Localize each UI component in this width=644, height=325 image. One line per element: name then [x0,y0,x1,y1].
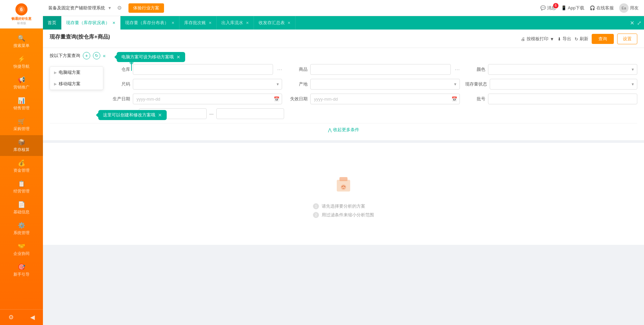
inv-qty-to[interactable] [216,108,284,119]
scheme-pc-arrow: ▶ [54,70,57,75]
tab-close-inout-flow[interactable]: ✕ [246,21,249,25]
filter-refresh-button[interactable]: ↻ [93,52,100,59]
tab-collect-summary[interactable]: 收发存汇总表 ✕ [254,16,296,30]
system-icon: ⚙️ [18,222,25,229]
sidebar-item-marketing[interactable]: 📢 营销推广 [0,73,43,94]
tip-num-1: 1 [313,203,319,209]
tab-batch-ledger[interactable]: 库存批次账 ✕ [179,16,217,30]
tab-home[interactable]: 首页 [43,16,61,30]
query-button[interactable]: 查询 [592,34,614,44]
export-btn[interactable]: ⬇ 导出 [557,36,571,42]
filter-add-button[interactable]: + [83,52,90,59]
sidebar-item-label: 搜索菜单 [13,43,30,49]
topbar-app-download[interactable]: 📱 App下载 [561,5,584,11]
tab-inout-flow[interactable]: 出入库流水 ✕ [217,16,254,30]
collapse-bar[interactable]: ⋀ 收起更多条件 [50,123,637,136]
color-select-wrap: ▼ [488,64,637,75]
warehouse-dots-icon[interactable]: ··· [277,66,282,73]
filter-row-4: 现存量（主） — [110,108,637,119]
sidebar-item-sales[interactable]: 📊 销售管理 [0,94,43,114]
topbar-system: 装备及固定资产辅助管理系统 ▼ ⚙ 体验行业方案 [48,3,540,13]
sidebar-item-basic[interactable]: 📄 基础信息 [0,198,43,218]
finance-icon: 💰 [18,159,25,167]
filter-header-label: 按以下方案查询 [50,53,80,59]
tab-inventory-status[interactable]: 现存量（库存状况表） ✕ [61,16,120,30]
tabbar-right: ✕ ⤢ [630,20,644,26]
sidebar-item-label: 系统管理 [13,230,30,236]
scheme-pc-label: 电脑端方案 [59,69,80,75]
tooltip-pc-close[interactable]: ✕ [176,54,180,60]
goods-input[interactable] [310,64,450,75]
topbar-messages[interactable]: 💬 消息 6 [540,5,556,11]
sidebar-item-system[interactable]: ⚙️ 系统管理 [0,218,43,239]
warehouse-label: 仓库 [110,66,130,72]
sidebar-collapse-btn[interactable]: ◀ [30,314,35,321]
produce-date-wrap: 📅 [133,94,282,104]
sidebar-item-shortcut[interactable]: ⚡ 快捷导航 [0,52,43,73]
phone-icon: 📱 [561,5,567,10]
inv-status-select[interactable] [490,79,637,90]
collapse-up-icon: ⋀ [328,127,332,132]
tabbar: 首页 现存量（库存状况表） ✕ 现存量（库存分布表） ✕ 库存批次账 ✕ 出入库… [43,16,644,30]
sidebar-item-purchase[interactable]: 🛒 采购管理 [0,114,43,135]
topbar-user[interactable]: Ea 用友 [619,3,639,13]
filter-back-button[interactable]: « [103,53,106,58]
logo-text: 畅通好好生意 [11,16,32,21]
origin-select[interactable] [310,79,460,90]
origin-label: 产地 [287,81,308,87]
topbar-gear-icon[interactable]: ⚙ [117,5,122,11]
sidebar-item-label: 资金管理 [13,168,30,173]
warehouse-input[interactable] [133,64,273,75]
headset-icon: 🎧 [590,5,595,10]
produce-date-input[interactable] [133,94,282,104]
print-icon: 🖨 [521,37,525,42]
sidebar-settings-btn[interactable]: ⚙ [8,314,14,321]
topbar-support[interactable]: 🎧 在线客服 [590,5,614,11]
search-icon: 🔍 [18,35,25,42]
page-title: 现存量查询(按仓库+商品) [50,34,110,41]
tab-inventory-dist[interactable]: 现存量（库存分布表） ✕ [120,16,179,30]
scheme-mobile[interactable]: ▶ 移动端方案 [50,78,103,90]
filter-field-inv-status: 现存量状态 ▼ [465,79,637,90]
user-label: 用友 [630,5,639,11]
print-arrow-icon: ▼ [550,37,554,42]
tab-close-batch-ledger[interactable]: ✕ [209,21,212,25]
sidebar-item-enterprise[interactable]: 🤝 企业协同 [0,239,43,260]
sidebar-item-search[interactable]: 🔍 搜索菜单 [0,31,43,52]
origin-select-wrap: ▼ [310,79,460,90]
fullscreen-btn[interactable]: ⤢ [637,20,641,26]
sidebar-item-label: 经营管理 [13,188,30,194]
tab-close-inventory-status[interactable]: ✕ [112,21,115,25]
sidebar-item-finance[interactable]: 💰 资金管理 [0,156,43,177]
system-dropdown-icon[interactable]: ▼ [108,6,112,10]
sidebar-item-guide[interactable]: 🎯 新手引导 [0,260,43,281]
sidebar-item-label: 基础信息 [13,209,30,215]
goods-dots-icon[interactable]: ··· [455,66,460,73]
tip-text-2: 用过滤条件来缩小分析范围 [322,212,374,218]
reset-button[interactable]: 设置 [617,34,637,44]
filter-field-produce-date: 生产日期 📅 [110,94,282,104]
tab-close-inventory-dist[interactable]: ✕ [171,21,174,25]
filter-row-1: 仓库 ··· 商品 ··· 颜色 ▼ [110,64,637,75]
tooltip-edit-close[interactable]: ✕ [158,112,162,118]
experience-button[interactable]: 体验行业方案 [128,3,164,13]
tab-close-collect-summary[interactable]: ✕ [287,21,290,25]
close-all-tabs-btn[interactable]: ✕ [630,20,634,26]
scheme-pc[interactable]: ▶ 电脑端方案 [50,67,103,78]
basic-icon: 📄 [18,201,25,208]
sidebar-item-operations[interactable]: 📋 经营管理 [0,177,43,198]
refresh-btn[interactable]: ↻ 刷新 [575,36,588,42]
empty-icon [330,170,357,197]
sidebar-item-label: 采购管理 [13,126,30,132]
size-select[interactable] [133,79,282,90]
sidebar-item-label: 库存核算 [13,147,30,153]
sidebar-item-inventory[interactable]: 📦 库存核算 [0,135,43,156]
purchase-icon: 🛒 [18,118,25,125]
color-select[interactable] [488,64,637,75]
batch-no-input[interactable] [488,94,637,104]
sidebar-item-label: 销售管理 [13,105,30,111]
batch-no-label: 批号 [465,96,485,102]
print-btn[interactable]: 🖨 按模板打印 ▼ [521,36,554,42]
sidebar-item-label: 企业协同 [13,251,30,257]
expire-date-input[interactable] [310,94,460,104]
